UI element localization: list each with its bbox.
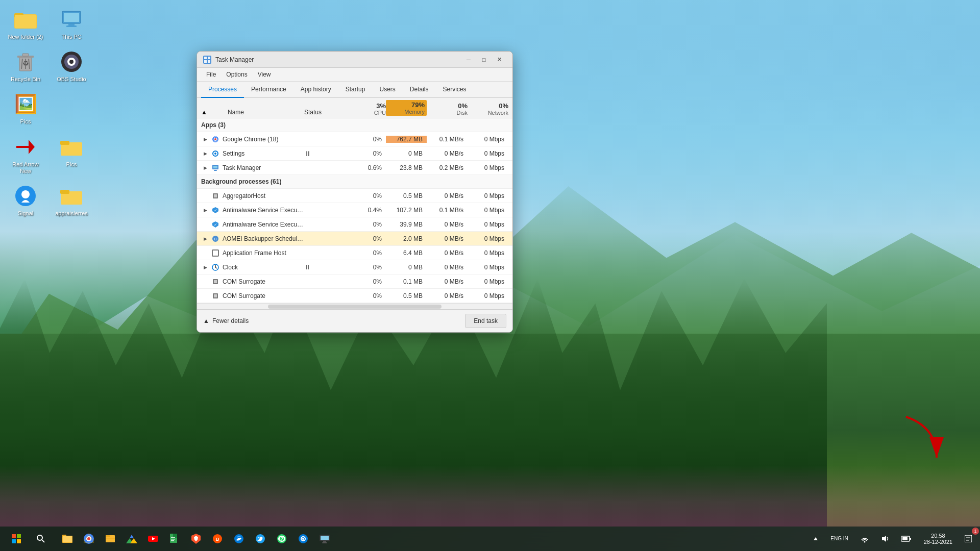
taskbar-settings[interactable] (293, 529, 313, 549)
table-row[interactable]: ▶ Task Manager 0.6% 23.8 MB 0.2 MB/s 0 M… (197, 161, 512, 175)
col-network[interactable]: 0% Network (468, 102, 508, 116)
expand-icon[interactable]: ▶ (201, 206, 209, 214)
tab-startup[interactable]: Startup (338, 82, 373, 98)
table-row[interactable]: ▶ ✓ Antimalware Service Executable... 0%… (197, 217, 512, 232)
taskbar-edge[interactable] (229, 529, 249, 549)
antimalware-icon: ✓ (211, 206, 219, 214)
svg-rect-79 (171, 539, 175, 540)
process-name: Antimalware Service Executable (223, 207, 304, 214)
svg-rect-77 (173, 534, 177, 538)
svg-rect-39 (214, 194, 217, 197)
fewer-details-button[interactable]: ▲ Fewer details (203, 317, 249, 324)
table-row[interactable]: ▶ ✓ Antimalware Service Executable 0.4% … (197, 203, 512, 217)
col-disk[interactable]: 0% Disk (427, 102, 468, 116)
network-button[interactable] (856, 533, 873, 545)
expand-icon[interactable]: ▶ (201, 149, 209, 158)
col-cpu[interactable]: 3% CPU (345, 102, 386, 116)
svg-rect-3 (15, 15, 36, 28)
taskbar-file-explorer[interactable] (57, 529, 78, 549)
svg-point-59 (37, 535, 42, 540)
network-val: 0 Mbps (468, 264, 508, 271)
start-button[interactable] (6, 529, 27, 549)
expand-icon[interactable]: ▶ (201, 263, 209, 271)
notification-button[interactable]: 1 (961, 533, 976, 544)
process-name: COM Surrogate (223, 278, 304, 285)
desktop-icon-appraisers[interactable]: appraisierres (51, 182, 92, 219)
table-row[interactable]: ▶ COM Surrogate 0% 0.5 MB 0 MB/s 0 Mbps (197, 289, 512, 303)
date-display: 28-12-2021 (924, 539, 952, 545)
col-name[interactable]: Name (211, 109, 304, 116)
search-button[interactable] (31, 529, 51, 549)
end-task-button[interactable]: End task (465, 314, 506, 328)
taskbar-monitor[interactable] (314, 529, 335, 549)
task-manager-footer: ▲ Fewer details End task (197, 309, 512, 332)
taskbar-twitter[interactable] (250, 529, 271, 549)
tab-performance[interactable]: Performance (244, 82, 293, 98)
horizontal-scrollbar[interactable] (197, 303, 512, 309)
close-button[interactable]: ✕ (492, 55, 506, 65)
tab-processes[interactable]: Processes (201, 82, 244, 98)
table-row[interactable]: ▶ Google Chrome (18) 0% 762.7 MB 0.1 MB/… (197, 132, 512, 146)
minimize-button[interactable]: ─ (461, 55, 476, 65)
menu-options[interactable]: Options (221, 69, 252, 80)
expand-icon[interactable]: ▶ (201, 135, 209, 143)
aomei-icon: B (211, 235, 219, 243)
table-row[interactable]: ▶ COM Surrogate 0% 0.1 MB 0 MB/s 0 Mbps (197, 274, 512, 289)
pics-icon: 🖼️ (13, 92, 38, 116)
menu-view[interactable]: View (253, 69, 276, 80)
svg-point-89 (281, 540, 282, 541)
tab-users[interactable]: Users (372, 82, 402, 98)
desktop-icon-this-pc[interactable]: This PC (51, 5, 92, 42)
tab-services[interactable]: Services (436, 82, 474, 98)
maximize-button[interactable]: □ (477, 55, 491, 65)
hidden-icons-button[interactable] (809, 534, 822, 543)
notification-badge: 1 (972, 528, 979, 535)
taskbar-explorer2[interactable] (100, 529, 120, 549)
cpu-val: 0% (345, 136, 386, 143)
expand-icon[interactable]: ▶ (201, 235, 209, 243)
tab-details[interactable]: Details (403, 82, 436, 98)
desktop-icon-signal[interactable]: Signal (5, 182, 46, 219)
taskbar-bat[interactable]: B (207, 529, 228, 549)
taskbar-drive[interactable] (121, 529, 142, 549)
desktop-icon-new-folder[interactable]: New folder (2) (5, 5, 46, 42)
taskbar-whatsapp[interactable] (272, 529, 292, 549)
table-row[interactable]: ▶ Application Frame Host 0% 6.4 MB 0 MB/… (197, 246, 512, 260)
settings-icon (211, 149, 219, 158)
table-row[interactable]: ▶ Settings ⏸ 0% 0 MB 0 MB/s 0 Mbps (197, 146, 512, 161)
memory-val: 0.1 MB (386, 278, 427, 285)
table-row[interactable]: ▶ AggregatorHost 0% 0.5 MB 0 MB/s 0 Mbps (197, 189, 512, 203)
bg-section-header: Background processes (61) (197, 175, 512, 189)
expand-icon[interactable]: ▶ (201, 164, 209, 172)
scroll-thumb-h (268, 305, 442, 309)
taskbar-chrome[interactable] (79, 529, 99, 549)
svg-rect-56 (17, 534, 21, 538)
taskman-icon (211, 164, 219, 172)
volume-button[interactable] (877, 533, 893, 545)
table-row[interactable]: ▶ Clock ⏸ 0% 0 MB 0 MB/s 0 Mbps (197, 260, 512, 274)
menu-bar: File Options View (197, 68, 512, 82)
network-val: 0 Mbps (468, 292, 508, 299)
taskbar-sheets[interactable] (164, 529, 185, 549)
tab-app-history[interactable]: App history (293, 82, 338, 98)
sort-collapse-icon[interactable]: ▲ (201, 109, 209, 116)
desktop-icon-red-arrow-new[interactable]: Red Arrow New (5, 133, 46, 177)
col-status[interactable]: Status (304, 109, 345, 116)
desktop-icon-obs[interactable]: OBS Studio (51, 47, 92, 85)
processes-list: Apps (3) ▶ Google Chrome (18) 0% 762.7 M… (197, 118, 512, 303)
memory-val: 0.5 MB (386, 192, 427, 199)
taskbar-brave[interactable] (186, 529, 206, 549)
fewer-details-label: Fewer details (212, 317, 249, 324)
menu-file[interactable]: File (201, 69, 221, 80)
clock-display[interactable]: 20:58 28-12-2021 (920, 532, 957, 546)
table-row[interactable]: ▶ B AOMEI Backupper Schedule tas... 0% 2… (197, 232, 512, 246)
battery-indicator[interactable] (897, 533, 916, 545)
svg-rect-5 (64, 13, 79, 22)
desktop-icon-pics2[interactable]: Pics (51, 133, 92, 177)
language-indicator[interactable]: ENG IN (826, 534, 852, 544)
desktop-icon-recycle-bin[interactable]: ♻ Recycle Bin (5, 47, 46, 85)
taskbar-youtube[interactable] (143, 529, 163, 549)
cpu-val: 0% (345, 278, 386, 285)
desktop-icon-pics[interactable]: 🖼️ Pics (5, 90, 46, 127)
col-memory[interactable]: 79% Memory (386, 100, 427, 116)
